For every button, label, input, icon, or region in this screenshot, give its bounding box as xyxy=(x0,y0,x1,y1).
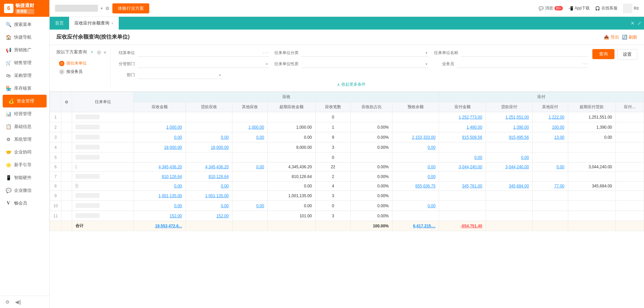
settlement-unit-dots-icon[interactable]: ··· xyxy=(263,50,269,56)
row-ar-amount[interactable]: 0.00 xyxy=(133,132,185,142)
sidebar-item-collab[interactable]: 🤝 企业协同 xyxy=(0,146,49,159)
settlement-unit-input[interactable] xyxy=(138,49,263,56)
row-ar-amount[interactable]: 4,345,436.20 xyxy=(133,163,185,172)
sidebar-item-guide[interactable]: 🌟 新手引导 xyxy=(0,159,49,171)
row-other-ar[interactable]: 1,000.00 xyxy=(232,122,268,132)
sidebar-item-search[interactable]: 🔍 搜索菜单 xyxy=(0,18,49,31)
row-loan-ar[interactable]: 18,000.00 xyxy=(185,142,232,152)
topbar-gear-icon[interactable]: ⚙ xyxy=(105,6,110,11)
row-other-ap[interactable]: 13.00 xyxy=(532,132,568,142)
department-input-wrap[interactable]: ▾ xyxy=(138,60,269,68)
sidebar-item-system[interactable]: ⚙ 系统管理 xyxy=(0,133,49,146)
row-ar-amount[interactable]: 810,126.64 xyxy=(133,172,185,182)
row-ap-amount[interactable]: 1,252,773.00 xyxy=(439,112,486,122)
tab-maximize-icon[interactable]: ⤢ xyxy=(637,20,641,26)
row-ar-amount[interactable]: 1,001,135.00 xyxy=(133,191,185,201)
row-other-ar[interactable]: 0.00 xyxy=(232,132,268,142)
row-ap-amount[interactable]: 3,044,240.00 xyxy=(439,163,486,172)
row-prepaid[interactable]: 0.00 xyxy=(392,142,439,152)
row-prepaid[interactable]: 655,636.75 xyxy=(392,182,439,191)
row-other-ar[interactable]: 0.00 xyxy=(232,201,268,211)
row-loan-ar[interactable]: 0.00 xyxy=(185,182,232,191)
row-other-ap[interactable]: 100.00 xyxy=(532,122,568,132)
sidebar-item-purchase[interactable]: 🛍 采购管理 xyxy=(0,69,49,82)
row-prepaid[interactable]: 0.00 xyxy=(392,163,439,172)
row-loan-ap[interactable]: 1,390.00 xyxy=(486,122,532,132)
row-other-ap[interactable]: 0.00 xyxy=(532,163,568,172)
dept-arrow-icon[interactable]: ▾ xyxy=(218,73,222,77)
partner-category-input[interactable] xyxy=(301,49,424,56)
partner-nature-arrow-icon[interactable]: ▾ xyxy=(424,62,429,66)
row-loan-ap[interactable]: 1,251,551.00 xyxy=(486,112,532,122)
row-loan-ap[interactable]: 3,044,240.00 xyxy=(486,163,532,172)
department-arrow-icon[interactable]: ▾ xyxy=(265,62,269,66)
tab-close-icon[interactable]: × xyxy=(111,21,113,25)
solution-btn[interactable]: 体验行业方案 xyxy=(112,3,149,13)
total-ar-amount[interactable]: 19,553,472,6... xyxy=(133,221,185,231)
sidebar-item-member[interactable]: V 畅会员 xyxy=(0,197,49,210)
row-loan-ar[interactable]: 4,345,436.20 xyxy=(185,163,232,172)
total-prepaid[interactable]: 6,417,215.... xyxy=(392,221,439,231)
row-prepaid[interactable]: 0.00 xyxy=(392,172,439,182)
sidebar-item-marketing[interactable]: 📢 营销推广 xyxy=(0,44,49,56)
tab-home[interactable]: 首页 xyxy=(50,17,69,30)
tab-close-window-icon[interactable]: ✕ xyxy=(631,20,635,26)
row-ap-amount[interactable]: 915,508.56 xyxy=(439,132,486,142)
scheme-salesperson[interactable]: ⊙ 按业务员 xyxy=(56,68,106,76)
row-loan-ap[interactable]: 0.00 xyxy=(486,152,532,163)
row-loan-ap[interactable]: 915,495.56 xyxy=(486,132,532,142)
app-download-btn[interactable]: 📲 App下载 xyxy=(568,5,590,11)
dept-input[interactable] xyxy=(138,71,218,79)
settlement-unit-input-wrap[interactable]: ··· xyxy=(138,49,269,57)
row-loan-ap[interactable]: 345,684.00 xyxy=(486,182,532,191)
row-loan-ar[interactable]: 0.00 xyxy=(185,201,232,211)
scheme-partner[interactable]: ⊙ 按往来单位 xyxy=(56,59,106,68)
export-btn[interactable]: 📤 导出 xyxy=(604,34,619,40)
row-other-ap[interactable]: 1,222.00 xyxy=(532,112,568,122)
tab-ar-query[interactable]: 应收应付余额查询 × xyxy=(69,17,119,30)
row-ar-amount[interactable]: 152.00 xyxy=(133,211,185,221)
filter-collapse-btn[interactable]: ∧ 收起更多条件 xyxy=(115,82,588,87)
dept-input-wrap[interactable]: ▾ xyxy=(138,71,222,79)
row-other-ar[interactable]: 0.00 xyxy=(232,163,268,172)
sidebar-item-sales[interactable]: 🛒 销售管理 xyxy=(0,56,49,69)
sidebar-item-wechat[interactable]: 💬 企业微信 xyxy=(0,184,49,197)
partner-nature-input[interactable] xyxy=(301,60,424,68)
setting-btn[interactable]: 设置 xyxy=(617,49,637,60)
filter-collapse-icon[interactable]: « xyxy=(104,49,106,55)
row-loan-ar[interactable]: 810,126.64 xyxy=(185,172,232,182)
footer-settings-icon[interactable]: ⚙ xyxy=(5,299,10,305)
row-loan-ar[interactable]: 1,001,135.00 xyxy=(185,191,232,201)
row-ar-amount[interactable]: 0.00 xyxy=(133,182,185,191)
refresh-btn[interactable]: 🔄 刷新 xyxy=(622,34,637,40)
footer-collapse-icon[interactable]: ◀‖ xyxy=(15,299,21,305)
sidebar-item-nav[interactable]: 🏠 快捷导航 xyxy=(0,31,49,44)
filter-setting-icon[interactable]: ◎ xyxy=(97,49,101,55)
partner-category-input-wrap[interactable]: ▾ xyxy=(301,49,429,57)
sidebar-item-hardware[interactable]: 📱 智能硬件 xyxy=(0,171,49,184)
row-loan-ar[interactable]: 0.00 xyxy=(185,132,232,142)
col-settings-icon[interactable]: ⚙ xyxy=(65,100,68,104)
salesperson-dots-icon[interactable]: ··· xyxy=(582,61,588,67)
partner-category-arrow-icon[interactable]: ▾ xyxy=(424,51,429,55)
row-ap-amount[interactable]: 1,490.00 xyxy=(439,122,486,132)
row-ap-amount[interactable]: 0.00 xyxy=(439,152,486,163)
department-input[interactable] xyxy=(138,60,265,68)
user-avatar-area[interactable]: Rit xyxy=(623,4,639,13)
total-ap-amount[interactable]: -654,751.40 xyxy=(439,221,486,231)
row-loan-ar[interactable]: 152.00 xyxy=(185,211,232,221)
online-service-btn[interactable]: 🎧 在线客服 xyxy=(595,5,618,11)
salesperson-input-wrap[interactable]: ··· xyxy=(457,60,588,68)
message-btn[interactable]: 💬 消息 99+ xyxy=(539,5,563,11)
salesperson-input[interactable] xyxy=(457,60,582,68)
row-ar-amount[interactable]: 0.00 xyxy=(133,201,185,211)
sidebar-item-basic[interactable]: 📋 基础信息 xyxy=(0,120,49,133)
partner-name-input[interactable] xyxy=(461,49,588,57)
row-ar-amount[interactable]: 1,000.00 xyxy=(133,122,185,132)
row-other-ap[interactable]: 77.00 xyxy=(532,182,568,191)
col-settings-header[interactable]: ⚙ xyxy=(61,92,72,112)
row-ap-amount[interactable]: 345,761.00 xyxy=(439,182,486,191)
row-prepaid[interactable]: 0.00 xyxy=(392,201,439,211)
row-prepaid[interactable]: 2,153,333.00 xyxy=(392,132,439,142)
partner-nature-input-wrap[interactable]: ▾ xyxy=(301,60,429,68)
